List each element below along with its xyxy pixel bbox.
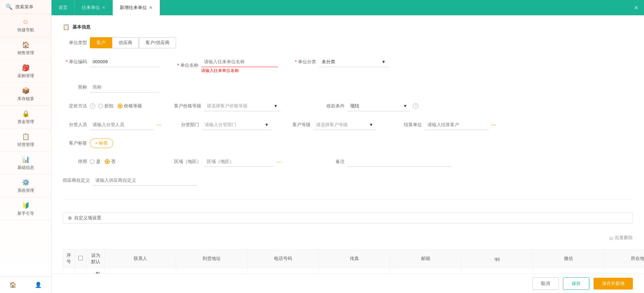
batch-delete-area[interactable]: 🗂 批量删除 [63,235,633,241]
col-phone: 电话号码 [248,250,319,268]
unit-category-value: 未分类 [322,59,335,65]
sidebar-item-label: 基础信息 [17,165,34,171]
payment-help-icon[interactable]: ? [413,103,418,109]
row-default-radio-item[interactable]: 默认 [90,271,101,274]
row-fax-cell [319,268,390,274]
inventory-icon: 📦 [22,87,30,95]
quick-nav-icon: ⊙ [23,18,28,26]
sidebar-item-label: 快捷导航 [17,27,34,33]
col-wechat: 微信 [533,250,604,268]
customer-tag-label: 客户标签 [63,140,87,146]
cancel-button[interactable]: 取消 [532,277,559,290]
sidebar-item-label: 资金管理 [17,119,34,125]
pricing-level-radio [118,104,123,108]
sidebar-home-btn[interactable]: 🏠 [0,279,26,290]
row-email-cell [390,268,462,274]
custom-settings-label: 自定义项设置 [74,215,101,221]
select-all-checkbox[interactable] [78,256,83,260]
payment-terms-select[interactable]: 现结 ▼ [347,101,410,111]
disabled-no-radio [105,159,110,164]
remark-input[interactable] [347,156,452,167]
disabled-field: 停用 是 否 [63,158,160,165]
region-more-btn[interactable]: ··· [276,158,281,165]
contact-table: 序号 设为默认 联系人 到货地址 电话号码 传真 邮箱 qq 微信 所在地区 操… [63,249,644,274]
system-icon: ⚙️ [22,179,30,186]
sidebar-item-system[interactable]: ⚙️ 系统管理 [0,174,51,197]
pricing-method-field: 定价方法 ? 折扣 价格等级 [63,103,160,109]
form-content: 📋 基本信息 单位类型 客户 供应商 客户/供应商 [52,15,644,274]
unit-code-input[interactable] [90,57,159,67]
sidebar-item-operations[interactable]: 📋 经营管理 [0,129,51,152]
sidebar-item-quick-nav[interactable]: ⊙ 快捷导航 [0,14,51,37]
unit-category-chevron: ▼ [382,59,386,64]
col-qq: qq [462,250,533,268]
disabled-region-row: 停用 是 否 区域（地区） [63,156,633,168]
unit-category-label: 单位分类 [292,59,316,65]
region-input[interactable] [204,156,274,167]
payment-terms-label: 收款条件 [320,103,345,109]
unit-type-supplier-btn[interactable]: 供应商 [112,37,139,48]
row-wechat-cell [533,268,604,274]
sidebar-item-purchase[interactable]: 🎒 采购管理 [0,60,51,83]
tab-home[interactable]: 首页 [52,0,75,15]
window-close-btn[interactable]: ✕ [634,5,638,11]
short-name-input[interactable] [90,82,159,92]
disabled-label: 停用 [63,158,87,165]
pricing-discount-option[interactable]: 折扣 [98,103,113,109]
guide-icon: 🔰 [22,202,30,209]
region-label: 区域（地区） [174,158,201,165]
row-region-cell [604,268,644,274]
custom-settings-btn[interactable]: ⚙ 自定义项设置 [63,212,633,223]
sidebar-item-guide[interactable]: 🔰 新手引导 [0,197,51,220]
unit-name-input[interactable] [201,57,278,67]
pricing-discount-label: 折扣 [104,103,113,109]
row-address-cell [176,268,248,274]
disabled-yes-option[interactable]: 是 [90,158,101,165]
operations-icon: 📋 [22,133,30,140]
settlement-unit-input[interactable] [425,120,489,130]
manager-label: 分管人员 [63,122,87,128]
col-default: 设为默认 [87,250,105,268]
tab-new-counterparty[interactable]: 新增往来单位 ✕ [113,0,160,15]
settlement-unit-field: 结算单位 ··· [398,120,496,130]
finance-icon: 🔒 [22,110,30,117]
search-icon: 🔍 [6,3,13,10]
customer-price-level-select[interactable]: 请选择客户价格等级 ▼ [204,101,281,111]
pricing-level-option[interactable]: 价格等级 [118,103,142,109]
manager-input[interactable] [90,120,154,130]
customer-level-select[interactable]: 请选择客户等级 ▼ [313,120,376,130]
sidebar-user-btn[interactable]: 👤 [26,279,52,290]
customer-tag-field: 客户标签 + 标签 [63,138,160,148]
unit-category-select[interactable]: 未分类 ▼ [319,57,388,67]
add-tag-btn[interactable]: + 标签 [90,138,113,148]
department-chevron: ▼ [265,122,269,127]
pricing-help-icon[interactable]: ? [90,103,95,109]
sidebar-item-inventory[interactable]: 📦 库存核算 [0,83,51,106]
user-bottom-icon: 👤 [35,282,42,288]
col-address: 到货地址 [176,250,248,268]
disabled-no-option[interactable]: 否 [105,158,116,165]
unit-name-label: 单位名称 [174,62,198,68]
col-fax: 传真 [319,250,390,268]
sidebar-item-sales[interactable]: 🏠 销售管理 [0,37,51,60]
col-checkbox [75,250,87,268]
sidebar-item-basic-info[interactable]: 📊 基础信息 [0,152,51,174]
sidebar-search[interactable]: 🔍 搜索菜单 [0,0,51,14]
unit-type-both-btn[interactable]: 客户/供应商 [139,37,176,48]
save-button[interactable]: 保存 [563,277,589,290]
department-select[interactable]: 请输入分管部门 ▼ [202,120,272,130]
unit-category-field: 单位分类 未分类 ▼ [292,57,389,67]
remark-field: 备注 [320,156,452,167]
tab-counterparty[interactable]: 往来单位 ✕ [75,0,113,15]
save-and-new-button[interactable]: 保存并新增 [594,278,633,290]
tab-counterparty-close[interactable]: ✕ [102,5,105,10]
supplier-custom-input[interactable] [93,175,197,186]
disabled-yes-radio [90,159,95,164]
tab-new-counterparty-close[interactable]: ✕ [149,5,152,10]
sidebar-item-finance[interactable]: 🔒 资金管理 [0,106,51,129]
sidebar: 🔍 搜索菜单 ⊙ 快捷导航 🏠 销售管理 🎒 采购管理 📦 库存核算 🔒 资金管… [0,0,52,293]
department-field: 分管部门 请输入分管部门 ▼ [175,120,272,130]
unit-type-customer-btn[interactable]: 客户 [90,37,112,48]
settlement-more-btn[interactable]: ··· [492,121,496,129]
manager-more-btn[interactable]: ··· [157,121,161,129]
